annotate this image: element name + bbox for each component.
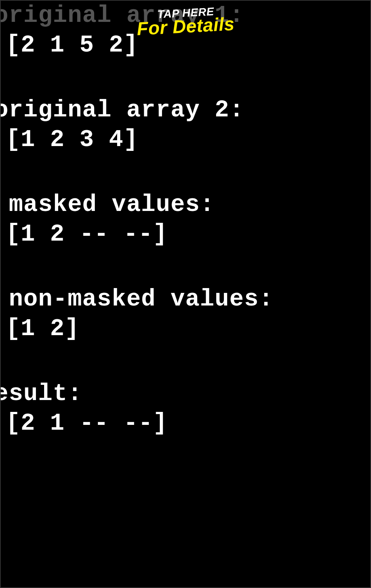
nonmasked-value: [1 2] bbox=[0, 314, 364, 344]
array2-value: [1 2 3 4] bbox=[0, 125, 364, 155]
result-label: esult: bbox=[0, 379, 364, 409]
array1-value: [2 1 5 2] bbox=[0, 30, 364, 60]
terminal-output: original array 1: [2 1 5 2] original arr… bbox=[0, 1, 364, 438]
array2-label: original array 2: bbox=[0, 95, 364, 125]
masked-label: masked values: bbox=[0, 190, 364, 219]
result-value: [2 1 -- --] bbox=[0, 409, 364, 438]
masked-value: [1 2 -- --] bbox=[0, 219, 364, 249]
nonmasked-label: non-masked values: bbox=[0, 284, 364, 314]
array1-label: original array 1: bbox=[0, 1, 364, 30]
